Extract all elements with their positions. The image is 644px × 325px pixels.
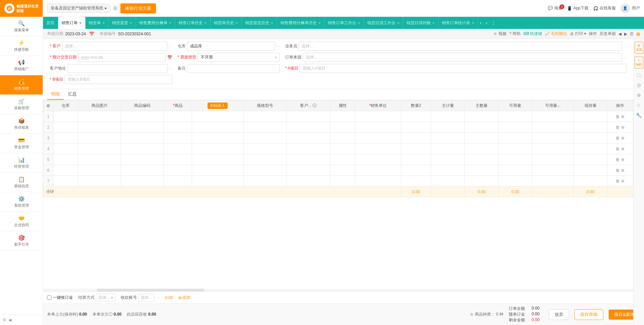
panel-icon-5[interactable]: ⊛ xyxy=(635,91,643,99)
row-2-warehouse[interactable] xyxy=(53,122,78,133)
tab-order-workbench[interactable]: 销售订单工作台 ✕ xyxy=(325,17,364,29)
tab-close-icon[interactable]: ✕ xyxy=(397,21,400,25)
notice-badge[interactable]: 💬 9 海量 xyxy=(548,5,562,11)
tab-sales-return[interactable]: 销货退货 ✕ xyxy=(109,17,136,29)
tab-next-btn[interactable]: › xyxy=(484,20,489,26)
row-1-qty2[interactable] xyxy=(401,111,431,122)
sidebar-item-enterprise[interactable]: 🤝 企业协同 xyxy=(0,212,43,231)
add-payment-btn[interactable]: ⊕ 添加 xyxy=(178,295,190,300)
tab-prev-btn[interactable]: ‹ xyxy=(478,20,484,26)
project-a-input[interactable]: 请输入A项目 xyxy=(300,64,627,73)
account-select[interactable]: 选择... xyxy=(138,294,154,301)
tab-close-icon[interactable]: ✕ xyxy=(432,21,435,25)
order-source-input[interactable]: 选择... xyxy=(303,53,622,62)
customer-input[interactable]: 选择... xyxy=(62,42,167,51)
operation-btn[interactable]: 操作 xyxy=(589,31,597,37)
save-draft-button[interactable]: 保存草稿 xyxy=(574,309,603,320)
delete-icon[interactable]: 🗑 xyxy=(616,168,620,173)
tab-daily-workbench[interactable]: 钱货日清工作台 ✕ xyxy=(364,17,403,29)
customer-more-btn[interactable]: ··· xyxy=(169,44,172,49)
row-1-main-qty[interactable] xyxy=(465,111,498,122)
salesperson-more-btn[interactable]: ··· xyxy=(623,44,627,49)
tab-sales-order-history[interactable]: 销售订单历史 ✕ xyxy=(175,17,211,29)
notes-input[interactable] xyxy=(187,64,280,73)
print-btn[interactable]: 🖨 打印 ▾ xyxy=(570,31,586,37)
tab-close-icon[interactable]: ✕ xyxy=(129,21,132,25)
sidebar-item-quicknav[interactable]: ⚡ 快捷导航 xyxy=(0,36,43,56)
tab-detail[interactable]: 明细 xyxy=(47,89,64,100)
tab-close-icon[interactable]: ✕ xyxy=(102,21,105,25)
copy-icon[interactable]: ⊕ xyxy=(621,157,624,162)
col-scan[interactable]: 扫码录入 xyxy=(192,100,243,111)
invoice-select[interactable]: 不开票 ▾ xyxy=(198,53,280,62)
online-service[interactable]: 🎧 在线客服 xyxy=(593,5,616,11)
row-1-attr[interactable] xyxy=(330,111,355,122)
delete-icon[interactable]: 🗑 xyxy=(616,114,620,119)
calendar-small-icon[interactable]: 📅 xyxy=(167,55,172,60)
address-input[interactable] xyxy=(67,64,167,73)
settings-icon[interactable]: ⚙ xyxy=(3,318,6,322)
project-b-input[interactable]: 请输入B项目 xyxy=(65,75,172,84)
delete-icon[interactable]: 🗑 xyxy=(616,179,620,184)
warehouse-input[interactable]: 成品库 xyxy=(187,42,275,51)
tab-goods-history[interactable]: 销货单历史 ✕ xyxy=(211,17,242,29)
scan-button[interactable]: 扫码录入 xyxy=(207,103,228,109)
sidebar-item-inventory[interactable]: 📦 库存核算 xyxy=(0,114,43,134)
tab-close-icon[interactable]: ✕ xyxy=(169,21,172,25)
copy-icon[interactable]: ⊕ xyxy=(621,179,624,184)
plan-button[interactable]: 体验行业方案 xyxy=(120,3,156,13)
nav-next-icon[interactable]: ▶ xyxy=(624,32,627,36)
tab-sales-order[interactable]: 销售订单 ✕ xyxy=(58,17,85,29)
row-1-customer-spec[interactable] xyxy=(287,111,330,122)
nav-prev-icon[interactable]: ◀ xyxy=(618,32,621,36)
tab-summary[interactable]: 汇总 xyxy=(64,89,81,100)
copy-icon[interactable]: ⊕ xyxy=(621,125,624,130)
system-selector[interactable]: 装备及固定资产辅助管理系统 ▾ xyxy=(47,4,110,13)
tab-close-icon[interactable]: ✕ xyxy=(79,21,82,25)
tab-close-icon[interactable]: ✕ xyxy=(235,21,238,25)
tab-order-stats[interactable]: 销售订单统计表 ✕ xyxy=(439,17,478,29)
user-menu[interactable]: 👤 用户 xyxy=(620,4,640,13)
calendar-icon[interactable]: 📅 xyxy=(89,32,94,36)
tab-close-icon[interactable]: ✕ xyxy=(357,21,360,25)
warehouse-more-btn[interactable]: ··· xyxy=(276,44,280,49)
tab-expense-history[interactable]: 销售费用分摊单历史 ✕ xyxy=(277,17,325,29)
account-more-btn[interactable]: ··· xyxy=(156,295,160,300)
tab-expand-btn[interactable]: ⋮ xyxy=(489,20,498,26)
panel-icon-3[interactable]: □ xyxy=(635,71,643,79)
delete-icon[interactable]: 🗑 xyxy=(616,157,620,162)
sidebar-item-search[interactable]: 🔍 搜索菜单 xyxy=(0,17,43,36)
panel-icon-7[interactable]: 🔧 xyxy=(635,112,643,119)
scrollbar-track[interactable] xyxy=(97,289,204,291)
profit-preview-btn[interactable]: 📈 毛利预估 xyxy=(545,31,567,37)
address-more-btn[interactable]: ··· xyxy=(169,66,172,71)
sidebar-item-sales[interactable]: 💰 销售管理 xyxy=(0,75,43,95)
row-1-warehouse[interactable] xyxy=(53,111,78,122)
tab-daily-reconcile[interactable]: 钱货日清对账 ✕ xyxy=(403,17,439,29)
video-btn[interactable]: ⊙ 视频 xyxy=(494,31,506,37)
tab-sales-goods[interactable]: 销货单 ✕ xyxy=(85,17,109,29)
tab-return-history[interactable]: 销货退货历史 ✕ xyxy=(242,17,277,29)
sidebar-item-system[interactable]: ⚙️ 系统管理 xyxy=(0,192,43,212)
sidebar-item-management[interactable]: 📊 经营管理 xyxy=(0,153,43,173)
row-1-product[interactable] xyxy=(163,111,192,122)
tab-sales-expense[interactable]: 销售费用分摊单 ✕ xyxy=(136,17,175,29)
list-view-icon[interactable]: ☰ xyxy=(630,32,634,36)
tab-close-icon[interactable]: ✕ xyxy=(204,21,207,25)
settings-gear-icon[interactable]: ⚙ xyxy=(113,5,118,11)
copy-icon[interactable]: ⊕ xyxy=(621,168,624,173)
delete-icon[interactable]: 🗑 xyxy=(616,147,620,151)
row-1-spec[interactable] xyxy=(243,111,286,122)
tab-close-icon[interactable]: ✕ xyxy=(471,21,474,25)
panel-icon-6[interactable]: ☆ xyxy=(635,101,643,109)
row-1-unit[interactable] xyxy=(355,111,401,122)
tab-close-icon[interactable]: ✕ xyxy=(318,21,321,25)
settlement-select[interactable]: 选择... ▾ xyxy=(96,294,115,301)
row-1-code[interactable] xyxy=(121,111,163,122)
sidebar-item-finance[interactable]: 💳 资金管理 xyxy=(0,134,43,153)
history-btn[interactable]: 历史单据 xyxy=(600,31,616,37)
copy-icon[interactable]: ⊕ xyxy=(621,147,624,151)
material-panel-icon[interactable]: + 物料 xyxy=(635,56,643,69)
delete-icon[interactable]: 🗑 xyxy=(616,136,620,140)
app-download[interactable]: 📱 App下载 xyxy=(567,5,589,11)
